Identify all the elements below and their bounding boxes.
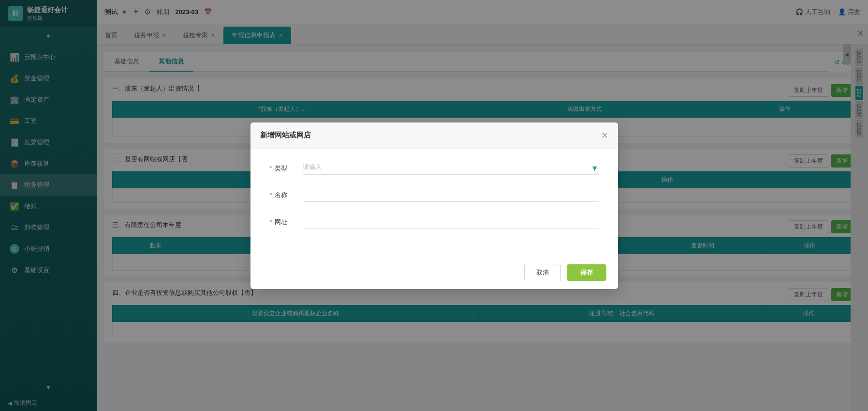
type-dropdown-icon[interactable]: ▼ [591, 164, 599, 173]
name-label: * 名称 [270, 191, 299, 199]
type-label: * 类型 [270, 164, 299, 173]
modal-header: 新增网站或网店 ✕ [250, 122, 618, 149]
type-placeholder: 请输入 [303, 163, 322, 171]
url-required-mark: * [270, 218, 272, 226]
name-required-mark: * [270, 191, 272, 198]
save-btn[interactable]: 保存 [567, 264, 606, 281]
type-required-mark: * [270, 165, 272, 172]
type-field: 请输入 ▼ [303, 163, 599, 175]
url-label: * 网址 [270, 218, 299, 227]
modal-title: 新增网站或网店 [260, 131, 311, 140]
modal-body: * 类型 请输入 ▼ * 名称 [250, 149, 618, 256]
form-item-name: * 名称 [270, 188, 599, 202]
modal-footer: 取消 保存 [250, 256, 618, 289]
modal-overlay: 新增网站或网店 ✕ * 类型 请输入 ▼ * [0, 0, 868, 411]
modal-add-website: 新增网站或网店 ✕ * 类型 请输入 ▼ * [250, 122, 618, 289]
name-field [303, 188, 599, 202]
url-input[interactable] [303, 215, 599, 229]
cancel-btn[interactable]: 取消 [524, 264, 561, 281]
type-label-text: 类型 [275, 165, 287, 172]
name-label-text: 名称 [275, 191, 287, 198]
modal-close-btn[interactable]: ✕ [601, 130, 608, 141]
form-item-url: * 网址 [270, 215, 599, 229]
name-input[interactable] [303, 188, 599, 202]
url-field [303, 215, 599, 229]
form-item-type: * 类型 请输入 ▼ [270, 163, 599, 175]
url-label-text: 网址 [275, 218, 287, 226]
